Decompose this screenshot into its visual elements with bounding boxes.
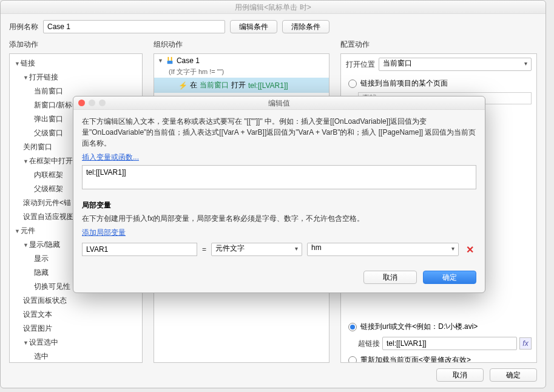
window-cancel-button[interactable]: 取消	[436, 368, 484, 382]
open-position-select[interactable]: 当前窗口	[379, 58, 532, 71]
radio-link-page[interactable]: 链接到当前项目的某个页面	[346, 76, 532, 91]
tree-label: 设置文本	[23, 310, 52, 319]
action-target: tel:[[LVAR1]]	[248, 81, 288, 90]
tree-label: 显示/隐藏	[29, 240, 60, 249]
tree-label: 选中	[34, 352, 49, 360]
local-var-type-select[interactable]: 元件文字	[211, 243, 302, 256]
tree-label: 显示	[34, 254, 49, 263]
zoom-icon	[99, 100, 106, 106]
radio-link-url[interactable]: 链接到url或文件<例如：D:\小楼.avi>	[346, 319, 532, 334]
hyperlink-input[interactable]	[382, 337, 517, 350]
tree-label: 滚动到元件<锚	[23, 198, 71, 207]
tree-label: 弹出窗口	[34, 115, 63, 123]
config-action-header: 配置动作	[340, 38, 537, 53]
tree-label: 当前窗口	[34, 87, 63, 95]
tree-set-image[interactable]: 设置图片	[10, 322, 142, 336]
tree-set-selected[interactable]: ▼设置选中	[10, 336, 142, 350]
radio-label: 链接到当前项目的某个页面	[360, 78, 448, 89]
edit-value-modal: 编辑值 在下方编辑区输入文本，变量名称或表达式要写在 "[[""]]" 中。例如…	[73, 96, 485, 293]
header-row: 用例名称 编辑条件 清除条件	[1, 14, 546, 38]
local-var-section-title: 局部变量	[82, 200, 476, 211]
modal-title-text: 编辑值	[268, 99, 290, 107]
case-node[interactable]: ▼ Case 1	[154, 54, 329, 67]
case-name-label: 用例名称	[9, 22, 38, 32]
traffic-lights	[78, 100, 106, 106]
case-name-text: Case 1	[177, 56, 200, 65]
fx-button[interactable]: fx	[519, 337, 532, 350]
add-local-var-link[interactable]: 添加局部变量	[82, 228, 126, 237]
open-position-label: 打开位置	[346, 59, 375, 70]
modal-title: 编辑值	[73, 96, 485, 110]
select-value: 当前窗口	[383, 59, 412, 67]
window-title: 用例编辑<鼠标单击 时>	[1, 1, 546, 14]
select-value: 元件文字	[215, 244, 245, 252]
tree-selected[interactable]: 选中	[10, 350, 142, 363]
tree-label: 设置面板状态	[23, 296, 67, 305]
equals-sign: =	[202, 245, 206, 254]
tree-open-link-group[interactable]: ▼打开链接	[10, 70, 142, 84]
action-open: 打开	[231, 80, 246, 90]
case-icon	[166, 56, 174, 65]
tree-label: 隐藏	[34, 268, 49, 277]
svg-rect-2	[167, 61, 173, 64]
modal-ok-button[interactable]: 确定	[423, 271, 476, 284]
tree-label: 父级窗口	[34, 129, 63, 137]
svg-rect-0	[167, 57, 169, 61]
radio-icon	[348, 323, 357, 331]
radio-label: 链接到url或文件<例如：D:\小楼.avi>	[360, 322, 478, 332]
modal-footer: 取消 确定	[73, 265, 485, 292]
window-footer: 取消 确定	[436, 368, 537, 382]
value-editor[interactable]: tel:[[LVAR1]]	[82, 165, 476, 189]
local-var-target-select[interactable]: hm	[307, 243, 459, 256]
window-ok-button[interactable]: 确定	[490, 368, 537, 382]
tree-label: 设置选中	[29, 338, 58, 346]
radio-icon	[348, 79, 357, 88]
tree-label: 打开链接	[29, 73, 58, 81]
tree-label: 切换可见性	[34, 282, 70, 291]
local-var-name-input[interactable]	[82, 243, 197, 256]
action-row[interactable]: ⚡ 在 当前窗口 打开 tel:[[LVAR1]]	[154, 78, 329, 93]
edit-condition-button[interactable]: 编辑条件	[230, 20, 277, 33]
case-condition-text: (If 文字于 hm != "")	[154, 67, 329, 76]
modal-cancel-button[interactable]: 取消	[363, 271, 417, 284]
tree-set-text[interactable]: 设置文本	[10, 308, 142, 322]
organize-action-header: 组织动作	[154, 38, 329, 53]
select-value: hm	[311, 243, 322, 252]
action-prefix: 在	[190, 80, 197, 90]
tree-link-group[interactable]: ▼链接	[10, 56, 142, 70]
tree-label: 关闭窗口	[23, 143, 52, 151]
bolt-icon: ⚡	[178, 81, 187, 90]
add-action-header: 添加动作	[9, 38, 143, 53]
radio-label: 重新加载当前页面<变量修改有效>	[360, 355, 471, 363]
tree-label: 元件	[21, 226, 35, 235]
tree-label: 链接	[21, 59, 35, 67]
local-var-row: = 元件文字 hm ✕	[82, 243, 476, 256]
tree-panel-state[interactable]: 设置面板状态	[10, 294, 142, 308]
insert-var-link[interactable]: 插入变量或函数...	[82, 153, 139, 161]
close-icon[interactable]	[78, 100, 85, 106]
tree-label: 设置自适应视图	[23, 212, 74, 221]
minimize-icon	[89, 100, 95, 106]
tree-label: 内联框架	[34, 171, 63, 179]
case-name-input[interactable]	[43, 20, 225, 33]
modal-help-text: 在下方编辑区输入文本，变量名称或表达式要写在 "[[""]]" 中。例如：插入变…	[82, 116, 476, 149]
radio-reload[interactable]: 重新加载当前页面<变量修改有效>	[346, 353, 532, 363]
radio-icon	[348, 356, 357, 363]
action-window: 当前窗口	[200, 80, 229, 90]
tree-label: 父级框架	[34, 184, 63, 193]
clear-condition-button[interactable]: 清除条件	[282, 20, 329, 33]
svg-rect-1	[171, 57, 172, 61]
delete-var-icon[interactable]: ✕	[464, 244, 476, 255]
local-var-help: 在下方创建用于插入fx的局部变量，局部变量名称必须是字母、数字，不允许包含空格。	[82, 213, 476, 224]
tree-label: 设置图片	[23, 324, 52, 333]
hyperlink-label: 超链接	[358, 339, 380, 349]
